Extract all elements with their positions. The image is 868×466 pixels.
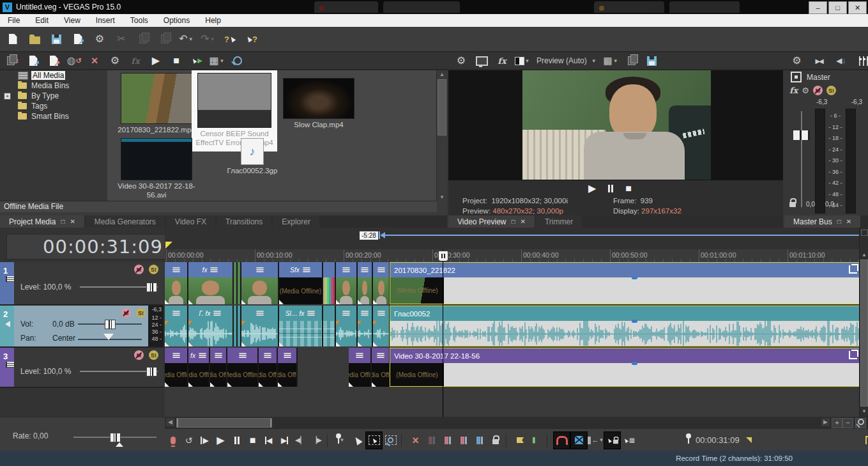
timeline-clip-selected[interactable]: Глас00052 (390, 306, 859, 346)
timeline-clip[interactable] (165, 306, 188, 346)
maximize-button[interactable]: □ (828, 1, 847, 14)
auto-preview-icon[interactable]: ▶ (188, 52, 206, 70)
track1-level-slider[interactable] (80, 286, 158, 288)
media-item[interactable]: Slow Clap.mp4 (278, 78, 359, 130)
save-project-icon[interactable] (47, 30, 65, 48)
import-media-icon[interactable] (24, 52, 42, 70)
timeline-clip[interactable] (241, 262, 279, 304)
auto-crossfade-icon[interactable] (570, 431, 588, 449)
time-ruler[interactable]: 00:00:00:0000:00:10:0000:00:20:0000:00:3… (165, 249, 859, 263)
external-monitor-icon[interactable] (473, 52, 491, 70)
transport-timecode[interactable]: 00:00:31:09 (696, 435, 740, 445)
close-tab-icon[interactable]: ✕ (521, 218, 526, 225)
restore-tab-icon[interactable]: □ (61, 218, 65, 225)
master-solo-icon[interactable]: S! (826, 86, 836, 95)
zoom-in-timeline-icon[interactable]: + (832, 418, 842, 428)
copy-snapshot-icon[interactable] (623, 52, 641, 70)
auto-ripple-icon[interactable]: ←▼ (588, 432, 604, 449)
media-item[interactable]: ♪Глас00052.3gp (204, 138, 300, 176)
sidebar-item-smart-bins[interactable]: Smart Bins (0, 111, 107, 121)
track1-mute-icon[interactable]: M (134, 265, 144, 274)
timeline-clip[interactable]: (Media Offline) (278, 348, 298, 387)
next-frame-icon[interactable]: ▕▶ (308, 432, 324, 449)
timeline-clip[interactable]: (Media Offline) (165, 348, 188, 387)
pause-icon[interactable] (229, 432, 245, 449)
close-button[interactable]: ✕ (848, 1, 867, 14)
track2-volume-slider[interactable] (78, 323, 142, 325)
menu-item-tools[interactable]: Tools (123, 14, 156, 27)
menu-item-file[interactable]: File (0, 14, 27, 27)
automation-settings-icon[interactable] (802, 86, 809, 95)
track3-clips-row[interactable]: (Media Offline)fx(Media Offline)(Media O… (165, 348, 859, 387)
downmix-output-icon[interactable]: ▶◀ (811, 52, 828, 70)
preview-stop-button[interactable]: ■ (625, 183, 632, 194)
loop-region-start-marker[interactable] (165, 242, 172, 249)
ignore-event-grouping-icon[interactable]: ▦ (621, 432, 637, 449)
timeline-clip[interactable] (241, 306, 279, 346)
remove-media-icon[interactable]: × (86, 52, 103, 70)
tab-master-bus[interactable]: Master Bus□✕ (784, 215, 860, 228)
play-icon[interactable]: ▶ (213, 432, 229, 449)
tab-transitions[interactable]: Transitions (217, 215, 271, 228)
enable-snapping-icon[interactable] (553, 431, 570, 449)
project-video-properties-icon[interactable]: ⚙ (452, 52, 470, 70)
timecode-dropdown-icon[interactable] (746, 437, 752, 443)
tab-trimmer[interactable]: Trimmer (536, 215, 582, 228)
timeline-clip[interactable]: Sl… fx (279, 306, 323, 346)
project-properties-icon[interactable]: ⚙ (91, 30, 109, 48)
preview-play-button[interactable]: ▶ (588, 183, 596, 194)
start-preview-icon[interactable]: ▶ (147, 52, 165, 70)
menu-item-view[interactable]: View (56, 14, 88, 27)
media-item[interactable]: Video 30-8-2017 22-18-56.avi (116, 138, 197, 200)
track-header-2[interactable]: 2 MS! Vol: 0,0 dB Pan: Center -6,3 12 -2… (0, 306, 164, 348)
timeline-clip[interactable]: fx(Media Offline) (188, 348, 210, 387)
overlays-icon[interactable]: ▦▼ (602, 52, 620, 70)
bus-properties-icon[interactable]: ⚙ (788, 52, 805, 70)
scroll-left-icon[interactable]: ◀ (166, 418, 174, 426)
timeline-horizontal-scrollbar[interactable]: ◀ ▶ + − (165, 417, 868, 428)
timeline-clip[interactable]: (Media Offline) (349, 348, 372, 387)
fader-lock-icon[interactable] (789, 202, 796, 207)
record-icon[interactable] (165, 432, 181, 449)
selection-edit-tool-icon[interactable] (365, 431, 383, 449)
insert-region-icon[interactable] (528, 432, 544, 449)
minimize-button[interactable]: – (809, 1, 827, 14)
zoom-tool-icon[interactable] (855, 418, 866, 428)
timeline-clip[interactable] (165, 262, 188, 304)
timeline-clip[interactable] (373, 262, 390, 304)
timeline-clip[interactable]: (Media Offline) (372, 348, 390, 387)
interactive-tutorials-icon[interactable]: ? (221, 30, 239, 48)
media-scrollbar[interactable]: ▲ ▼ (436, 70, 447, 201)
close-tab-icon[interactable]: ✕ (846, 218, 851, 225)
tab-video-fx[interactable]: Video FX (166, 215, 215, 228)
save-snapshot-icon[interactable] (643, 52, 661, 70)
loop-region-icon[interactable] (864, 432, 868, 449)
menu-item-insert[interactable]: Insert (88, 14, 123, 27)
timeline-timecode-display[interactable]: 00:00:31:09 (6, 234, 170, 260)
stop-icon[interactable]: ■ (245, 432, 261, 449)
timeline-clip-selected[interactable]: Video 30-8-2017 22-18-56(Media Offline) (390, 348, 859, 387)
new-project-icon[interactable] (4, 30, 22, 48)
timeline-content[interactable]: -5:28 00:00:00:0000:00:10:0000:00:20:000… (165, 228, 859, 417)
slide-icon[interactable] (471, 432, 487, 449)
timeline-clip[interactable]: (Media Offline) (259, 348, 278, 387)
track-header-1[interactable]: 1 MS! Level: 100,0 % (0, 262, 164, 306)
normal-edit-tool-icon[interactable] (349, 432, 365, 449)
marker-bar[interactable]: -5:28 (165, 228, 859, 249)
track2-solo-icon[interactable]: S! (136, 308, 146, 318)
timeline-clip[interactable]: Sfx(Media Offline) (279, 262, 323, 304)
menu-item-edit[interactable]: Edit (27, 14, 56, 27)
track2-pan-slider[interactable] (78, 339, 142, 340)
track-header-3[interactable]: 3 MS! Level: 100,0 % (0, 348, 164, 388)
tab-media-generators[interactable]: Media Generators (86, 215, 165, 228)
sidebar-item-tags[interactable]: Tags (0, 101, 107, 111)
master-fx-icon[interactable]: fx (789, 86, 798, 95)
delete-icon[interactable]: × (407, 432, 423, 449)
master-mute-icon[interactable]: M (813, 86, 823, 95)
tab-explorer[interactable]: Explorer (273, 215, 319, 228)
previous-frame-icon[interactable]: ◀▏ (293, 432, 308, 449)
master-fader-handle[interactable] (793, 130, 810, 140)
track3-level-slider[interactable] (80, 371, 158, 372)
sidebar-item-all-media[interactable]: All Media (0, 70, 107, 81)
new-bin-icon[interactable]: × (4, 52, 22, 70)
